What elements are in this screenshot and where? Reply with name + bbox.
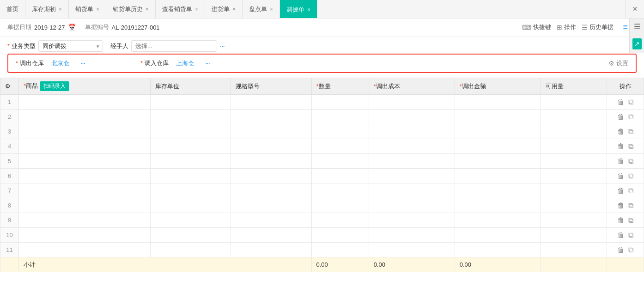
row-10-unit[interactable] [151, 228, 231, 243]
row-1-delete-icon[interactable]: 🗑 [617, 98, 625, 106]
row-2-copy-icon[interactable]: ⧉ [628, 113, 633, 121]
row-5-available[interactable] [541, 154, 607, 169]
row-10-cost[interactable] [369, 228, 455, 243]
row-3-copy-icon[interactable]: ⧉ [628, 128, 633, 135]
row-11-delete-icon[interactable]: 🗑 [617, 246, 625, 254]
row-9-cost[interactable] [369, 213, 455, 228]
th-settings[interactable]: ⚙ [0, 78, 19, 95]
tab-inventory-init-close[interactable]: × [59, 6, 62, 12]
row-1-amount[interactable] [455, 95, 541, 110]
tab-inventory-check-close[interactable]: × [270, 6, 273, 12]
sidebar-list-icon[interactable]: ☰ [634, 22, 640, 31]
row-11-copy-icon[interactable]: ⧉ [628, 246, 633, 254]
tab-view-sales[interactable]: 查看销货单 × [156, 0, 205, 18]
row-8-amount[interactable] [455, 198, 541, 213]
list-view-icon[interactable]: ≡ [623, 22, 628, 32]
row-4-product[interactable] [19, 139, 151, 154]
row-6-copy-icon[interactable]: ⧉ [628, 172, 633, 180]
row-7-unit[interactable] [151, 183, 231, 198]
row-7-product[interactable] [19, 183, 151, 198]
row-2-amount[interactable] [455, 110, 541, 124]
history-button[interactable]: ☰ 历史单据 [582, 23, 614, 31]
row-5-delete-icon[interactable]: 🗑 [617, 157, 625, 165]
row-2-qty[interactable] [311, 110, 369, 124]
row-6-amount[interactable] [455, 169, 541, 183]
row-7-copy-icon[interactable]: ⧉ [628, 187, 633, 195]
row-8-copy-icon[interactable]: ⧉ [628, 201, 633, 209]
row-9-unit[interactable] [151, 213, 231, 228]
scan-input-button[interactable]: 扫码录入 [40, 81, 69, 91]
row-3-product[interactable] [19, 124, 151, 139]
tab-view-sales-close[interactable]: × [195, 6, 198, 12]
row-7-cost[interactable] [369, 183, 455, 198]
row-6-spec[interactable] [231, 169, 311, 183]
row-2-delete-icon[interactable]: 🗑 [617, 113, 625, 121]
row-11-available[interactable] [541, 243, 607, 257]
row-10-delete-icon[interactable]: 🗑 [617, 231, 625, 239]
row-11-amount[interactable] [455, 243, 541, 257]
row-9-copy-icon[interactable]: ⧉ [628, 216, 633, 224]
sidebar-expand-icon[interactable]: ↗ [632, 38, 642, 49]
row-2-cost[interactable] [369, 110, 455, 124]
tab-sales-order[interactable]: 销货单 × [69, 0, 106, 18]
row-4-cost[interactable] [369, 139, 455, 154]
tab-purchase-close[interactable]: × [232, 6, 236, 12]
row-3-qty[interactable] [311, 124, 369, 139]
row-11-product[interactable] [19, 243, 151, 257]
row-1-copy-icon[interactable]: ⧉ [628, 98, 633, 106]
operations-button[interactable]: ⊞ 操作 [557, 23, 576, 31]
handler-more-button[interactable]: ··· [220, 42, 225, 50]
tab-transfer[interactable]: 调拨单 × [280, 0, 317, 18]
row-4-spec[interactable] [231, 139, 311, 154]
row-1-unit[interactable] [151, 95, 231, 110]
business-type-select[interactable]: 同价调拨 [38, 40, 103, 52]
row-4-available[interactable] [541, 139, 607, 154]
row-5-spec[interactable] [231, 154, 311, 169]
row-8-delete-icon[interactable]: 🗑 [617, 201, 625, 209]
row-4-copy-icon[interactable]: ⧉ [628, 142, 633, 150]
row-5-cost[interactable] [369, 154, 455, 169]
warehouse-in-more-button[interactable]: ··· [205, 59, 210, 67]
row-6-qty[interactable] [311, 169, 369, 183]
row-1-qty[interactable] [311, 95, 369, 110]
row-10-available[interactable] [541, 228, 607, 243]
row-6-cost[interactable] [369, 169, 455, 183]
tab-purchase[interactable]: 进货单 × [205, 0, 243, 18]
row-8-available[interactable] [541, 198, 607, 213]
row-10-spec[interactable] [231, 228, 311, 243]
row-6-delete-icon[interactable]: 🗑 [617, 172, 625, 180]
row-7-delete-icon[interactable]: 🗑 [617, 187, 625, 195]
row-1-cost[interactable] [369, 95, 455, 110]
row-9-amount[interactable] [455, 213, 541, 228]
row-8-qty[interactable] [311, 198, 369, 213]
settings-button[interactable]: ⚙ 设置 [608, 59, 628, 67]
row-8-spec[interactable] [231, 198, 311, 213]
row-9-delete-icon[interactable]: 🗑 [617, 216, 625, 224]
row-2-available[interactable] [541, 110, 607, 124]
row-3-spec[interactable] [231, 124, 311, 139]
row-4-amount[interactable] [455, 139, 541, 154]
row-11-qty[interactable] [311, 243, 369, 257]
row-5-amount[interactable] [455, 154, 541, 169]
row-1-product[interactable] [19, 95, 151, 110]
tab-sales-history-close[interactable]: × [146, 6, 149, 12]
row-1-spec[interactable] [231, 95, 311, 110]
tab-transfer-close[interactable]: × [307, 6, 310, 13]
row-2-product[interactable] [19, 110, 151, 124]
row-5-unit[interactable] [151, 154, 231, 169]
row-9-qty[interactable] [311, 213, 369, 228]
row-7-amount[interactable] [455, 183, 541, 198]
row-6-unit[interactable] [151, 169, 231, 183]
row-8-product[interactable] [19, 198, 151, 213]
row-1-available[interactable] [541, 95, 607, 110]
tab-home[interactable]: 首页 [0, 0, 25, 18]
handler-input[interactable] [131, 40, 217, 52]
row-10-qty[interactable] [311, 228, 369, 243]
row-7-spec[interactable] [231, 183, 311, 198]
tab-inventory-init[interactable]: 库存期初 × [25, 0, 69, 18]
warehouse-out-more-button[interactable]: ··· [80, 59, 85, 67]
row-5-qty[interactable] [311, 154, 369, 169]
row-9-available[interactable] [541, 213, 607, 228]
row-4-delete-icon[interactable]: 🗑 [617, 142, 625, 150]
row-11-unit[interactable] [151, 243, 231, 257]
